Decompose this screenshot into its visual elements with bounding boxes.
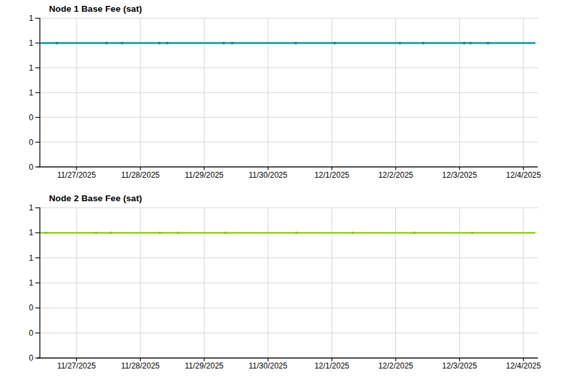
- x-tick-label: 11/29/2025: [185, 171, 223, 180]
- y-tick-label: 1: [29, 88, 33, 97]
- data-point-marker: [469, 42, 472, 44]
- data-point-marker: [295, 42, 297, 44]
- x-tick-label: 12/3/2025: [442, 361, 478, 370]
- data-point-marker: [56, 42, 58, 44]
- chart-node-2-base-fee: Node 2 Base Fee (sat) 111100011/27/20251…: [0, 189, 562, 392]
- data-point-marker: [121, 42, 124, 44]
- x-tick-label: 11/28/2025: [121, 361, 159, 370]
- data-point-marker: [399, 42, 401, 44]
- y-tick-label: 0: [29, 113, 33, 122]
- data-point-marker: [487, 42, 489, 44]
- x-tick-label: 11/30/2025: [249, 361, 288, 370]
- x-tick-label: 12/4/2025: [506, 361, 541, 370]
- data-point-marker: [158, 42, 161, 44]
- data-point-marker: [177, 231, 180, 234]
- data-point-marker: [422, 42, 425, 44]
- x-tick-label: 12/2/2025: [378, 171, 414, 180]
- y-tick-label: 1: [29, 63, 33, 73]
- x-tick-label: 12/1/2025: [314, 361, 350, 370]
- data-point-marker: [352, 231, 354, 234]
- data-point-marker: [110, 231, 112, 234]
- x-tick-label: 12/3/2025: [442, 171, 478, 180]
- y-tick-label: 0: [29, 303, 33, 312]
- data-point-marker: [471, 231, 474, 234]
- y-tick-label: 1: [29, 228, 33, 237]
- y-tick-label: 0: [29, 138, 33, 147]
- y-tick-label: 0: [29, 353, 33, 363]
- y-tick-label: 0: [29, 329, 33, 338]
- chart-node-1-base-fee: Node 1 Base Fee (sat) 111100011/27/20251…: [0, 0, 562, 189]
- data-point-marker: [413, 231, 416, 234]
- node-2-base-fee-plot: 111100011/27/202511/28/202511/29/202511/…: [0, 189, 562, 392]
- x-tick-label: 11/27/2025: [57, 361, 95, 370]
- data-point-marker: [224, 231, 227, 234]
- y-tick-label: 1: [29, 14, 33, 23]
- data-point-marker: [222, 42, 225, 44]
- x-tick-label: 11/27/2025: [57, 171, 95, 180]
- y-tick-label: 1: [29, 278, 33, 287]
- y-tick-label: 0: [29, 163, 33, 172]
- data-point-marker: [95, 231, 97, 234]
- x-tick-label: 11/29/2025: [185, 361, 223, 370]
- data-point-marker: [333, 42, 336, 44]
- data-point-marker: [159, 231, 161, 234]
- data-point-marker: [231, 42, 233, 44]
- x-tick-label: 12/2/2025: [378, 361, 414, 370]
- x-tick-label: 11/28/2025: [121, 171, 159, 180]
- data-point-marker: [105, 42, 108, 44]
- data-point-marker: [295, 231, 298, 234]
- data-point-marker: [166, 42, 169, 44]
- data-point-marker: [463, 42, 465, 44]
- data-point-marker: [44, 231, 47, 234]
- y-tick-label: 1: [29, 203, 33, 212]
- node-1-base-fee-plot: 111100011/27/202511/28/202511/29/202511/…: [0, 0, 562, 189]
- y-tick-label: 1: [29, 253, 33, 263]
- x-tick-label: 12/1/2025: [314, 171, 350, 180]
- y-tick-label: 1: [29, 39, 33, 48]
- x-tick-label: 12/4/2025: [506, 171, 541, 180]
- charts-panel: Node 1 Base Fee (sat) 111100011/27/20251…: [0, 0, 562, 392]
- x-tick-label: 11/30/2025: [249, 171, 288, 180]
